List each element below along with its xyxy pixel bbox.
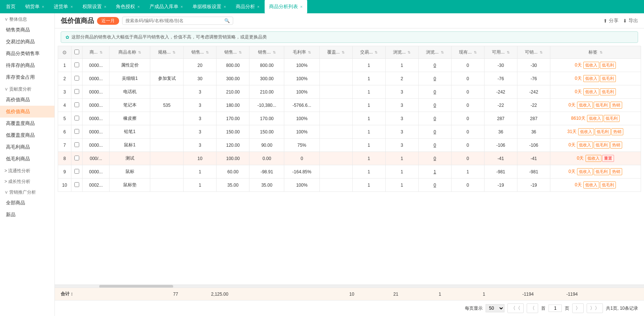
cell-checkbox[interactable]: [71, 112, 83, 125]
cell-name: 铅笔1: [110, 125, 150, 139]
sidebar-group-overall[interactable]: ∨ 整体信息: [0, 13, 54, 24]
cell-num: 7: [58, 139, 71, 152]
view1-link[interactable]: 0: [434, 116, 436, 121]
view1-link[interactable]: 0: [434, 129, 436, 135]
totals-values: 77 2,125.00 10 21 1 1 -1194 -1194: [105, 292, 638, 297]
row-checkbox[interactable]: [74, 62, 79, 67]
search-icon[interactable]: 🔍: [224, 18, 230, 23]
totals-bar: 合计： 77 2,125.00 10 21 1 1 -1194 -1194: [55, 288, 644, 300]
cell-view1: 0: [418, 59, 451, 72]
sidebar-item-stock-funds[interactable]: 库存资金占用: [0, 71, 54, 83]
search-input[interactable]: [125, 18, 224, 23]
view1-link[interactable]: 0: [434, 183, 436, 188]
row-checkbox[interactable]: [74, 182, 79, 187]
close-purchase-order[interactable]: ×: [70, 4, 73, 9]
nav-purchase-order[interactable]: 进货单 ×: [49, 0, 77, 13]
close-product-in[interactable]: ×: [181, 4, 183, 9]
sidebar-item-low-coverage[interactable]: 低覆盖度商品: [0, 129, 54, 141]
prev-page-button[interactable]: 〈: [527, 303, 538, 313]
sidebar-item-high-value[interactable]: 高价值商品: [0, 94, 54, 106]
close-permission[interactable]: ×: [104, 4, 106, 9]
row-checkbox[interactable]: [74, 116, 79, 120]
sidebar-item-low-value[interactable]: 低价值商品: [0, 106, 54, 118]
close-sales-order[interactable]: ×: [42, 4, 44, 9]
row-checkbox[interactable]: [74, 156, 79, 160]
sidebar-item-high-margin[interactable]: 高毛利商品: [0, 141, 54, 153]
row-checkbox[interactable]: [74, 76, 79, 81]
close-template-setting[interactable]: ×: [224, 4, 226, 9]
sidebar-group-marketing[interactable]: ∨ 营销推广分析: [0, 186, 54, 197]
row-checkbox[interactable]: [74, 129, 79, 134]
sidebar-item-pending-stock[interactable]: 待库存的商品: [0, 60, 54, 71]
sidebar-item-high-coverage[interactable]: 高覆盖度商品: [0, 118, 54, 129]
next-page-button[interactable]: 〉: [572, 303, 584, 313]
col-settings[interactable]: ⚙: [58, 46, 71, 59]
cell-sales3: 100%: [284, 112, 319, 125]
cell-checkbox[interactable]: [71, 165, 83, 179]
row-checkbox[interactable]: [74, 102, 79, 107]
view1-link[interactable]: 0: [434, 103, 436, 108]
nav-sales-order[interactable]: 销货单 ×: [21, 0, 48, 13]
cell-code: 0000...: [83, 112, 110, 125]
cell-spec: [150, 85, 184, 99]
sidebar-item-traded-products[interactable]: 交易过的商品: [0, 36, 54, 48]
close-role-auth[interactable]: ×: [137, 4, 140, 9]
close-product-analysis[interactable]: ×: [257, 4, 259, 9]
view1-link[interactable]: 0: [434, 156, 436, 161]
cell-checkbox[interactable]: [71, 85, 83, 99]
close-product-analysis-list[interactable]: ×: [300, 4, 302, 9]
col-trade: 交易... ⇅: [352, 46, 385, 59]
sidebar-group-contribution[interactable]: ∨ 贡献度分析: [0, 83, 54, 94]
row-checkbox[interactable]: [74, 142, 79, 147]
cell-checkbox[interactable]: [71, 72, 83, 85]
cell-checkbox[interactable]: [71, 125, 83, 139]
nav-product-analysis-list[interactable]: 商品分析列表 ×: [265, 0, 307, 13]
nav-permission[interactable]: 权限设置 ×: [78, 0, 111, 13]
sidebar-group-flow[interactable]: > 流通性分析: [0, 165, 54, 176]
current-page-input[interactable]: 1: [549, 305, 562, 312]
filter-recent-month-button[interactable]: 近一月: [97, 17, 119, 25]
cell-checkbox[interactable]: [71, 139, 83, 152]
select-all-checkbox[interactable]: [74, 50, 79, 54]
totals-spacer2: [130, 292, 154, 297]
view1-link[interactable]: 0: [434, 89, 436, 95]
view1-link[interactable]: 1: [434, 169, 436, 174]
cell-checkbox[interactable]: [71, 99, 83, 112]
share-button[interactable]: ⬆ 分享: [603, 17, 618, 24]
sidebar-item-category-sales-rate[interactable]: 商品分类销售率: [0, 48, 54, 60]
per-page-select[interactable]: 50 100 200: [486, 304, 504, 312]
nav-product-analysis[interactable]: 商品分析 ×: [231, 0, 264, 13]
totals-stock: -1194: [506, 292, 550, 297]
row-checkbox[interactable]: [74, 89, 79, 94]
view1-link[interactable]: 0: [434, 63, 436, 68]
cell-name: 鼠标: [110, 165, 150, 179]
cell-sales2: -10,380...: [249, 99, 284, 112]
cell-spec: [150, 59, 184, 72]
cell-checkbox[interactable]: [71, 179, 83, 192]
sidebar-item-sales-products[interactable]: 销售类商品: [0, 24, 54, 36]
sidebar-item-new-products[interactable]: 新品: [0, 209, 54, 221]
nav-template-setting[interactable]: 单据模板设置 ×: [188, 0, 230, 13]
sidebar-item-low-margin[interactable]: 低毛利商品: [0, 153, 54, 165]
view1-link[interactable]: 0: [434, 143, 436, 148]
table-row: 20000...吴细细1参加复试30300.00300.00100%1200-7…: [58, 72, 641, 85]
sidebar-group-growth[interactable]: > 成长性分析: [0, 176, 54, 186]
nav-product-in[interactable]: 产成品入库单 ×: [145, 0, 187, 13]
settings-icon[interactable]: ⚙: [62, 50, 67, 55]
cell-checkbox[interactable]: [71, 152, 83, 165]
cell-checkbox[interactable]: [71, 59, 83, 72]
cell-days: 0天 低收入低毛利: [550, 59, 641, 72]
table-container[interactable]: ⚙ 商... ⇅ 商品名称 ⇅ 规格... ⇅ 销售... ⇅ 销售... ⇅ …: [55, 46, 644, 285]
horizontal-scrollbar[interactable]: [55, 285, 644, 288]
row-checkbox[interactable]: [74, 169, 79, 174]
nav-home[interactable]: 首页: [1, 0, 20, 13]
col-checkbox[interactable]: [71, 46, 83, 59]
col-name: 商品名称 ⇅: [110, 46, 150, 59]
last-page-button[interactable]: 〉〉: [587, 303, 603, 313]
product-tag: 热销: [611, 128, 623, 135]
view1-link[interactable]: 0: [434, 76, 436, 81]
first-page-button[interactable]: 〈〈: [507, 303, 524, 313]
export-button[interactable]: ⬇ 导出: [623, 17, 638, 24]
nav-role-auth[interactable]: 角色授权 ×: [111, 0, 144, 13]
sidebar-item-all-products[interactable]: 全部商品: [0, 197, 54, 209]
